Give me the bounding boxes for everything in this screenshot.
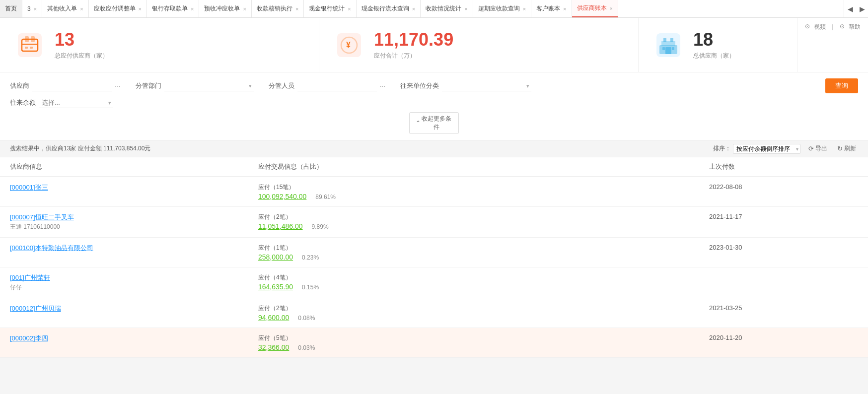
close-icon[interactable]: × [610, 5, 613, 11]
supplier-link-1[interactable]: [000007]恒旺二手叉车 [10, 213, 74, 221]
tx-cell-2: 应付（1笔） 258,000.00 0.23% [258, 244, 709, 261]
stat-number-2: 11,170.39 [374, 30, 453, 50]
supplier-input[interactable] [32, 80, 112, 91]
svg-rect-17 [672, 47, 674, 50]
stat-info-1: 13 总应付供应商（家） [55, 30, 108, 60]
nav-overdue-ar[interactable]: 超期应收款查询 × [473, 0, 531, 17]
nav-tab3-label: 3 [27, 5, 31, 12]
stat-label-2: 应付合计（万） [374, 52, 453, 60]
tx-amount-3[interactable]: 164,635.90 [258, 283, 293, 291]
nav-home[interactable]: 首页 [0, 0, 22, 17]
stat-card-total-suppliers: 18 总供应商（家） [639, 18, 797, 72]
tx-amount-1[interactable]: 11,051,486.00 [258, 222, 303, 230]
supplier-dots-btn[interactable]: ··· [115, 82, 121, 90]
close-icon[interactable]: × [34, 6, 37, 12]
last-pay-cell-0: 2022-08-08 [709, 183, 858, 191]
tx-amount-4[interactable]: 94,600.00 [258, 314, 289, 322]
refresh-label: 刷新 [844, 144, 856, 153]
results-actions: 排序： 按应付余额倒序排序 ⟳ 导出 ↻ 刷新 [713, 143, 858, 154]
supplier-link-0[interactable]: [000001]张三 [10, 184, 48, 191]
nav-arrow-left[interactable]: ◀ [844, 0, 856, 18]
nav-other-income[interactable]: 其他收入单 × [42, 0, 88, 17]
supplier-link-5[interactable]: [000002]李四 [10, 334, 48, 342]
nav-advance-ar-label: 预收冲应收单 [204, 4, 240, 13]
person-input[interactable] [297, 80, 377, 91]
last-pay-cell-4: 2021-03-25 [709, 304, 858, 312]
supplier-cell-5: [000002]李四 [10, 334, 258, 343]
close-icon[interactable]: × [563, 6, 566, 12]
svg-rect-5 [25, 47, 28, 49]
person-dots-btn[interactable]: ··· [380, 82, 386, 90]
col-last-pay: 上次付数 [709, 162, 858, 171]
nav-cash-stat[interactable]: 现金银行统计 × [304, 0, 356, 17]
nav-ar-ap-adjust[interactable]: 应收应付调整单 × [89, 0, 147, 17]
tx-cell-5: 应付（5笔） 32,366.00 0.03% [258, 334, 709, 351]
dept-select[interactable] [164, 80, 254, 91]
close-icon[interactable]: × [348, 6, 351, 12]
close-icon[interactable]: × [523, 6, 526, 12]
balance-select[interactable] [39, 97, 113, 108]
sort-select[interactable]: 按应付余额倒序排序 [733, 144, 800, 154]
nav-cash-flow[interactable]: 现金银行流水查询 × [357, 0, 421, 17]
supplier-sub-1: 王通 17106110000 [10, 223, 258, 231]
top-right-links: ⊙ 视频 ｜ ⊙ 帮助 [797, 18, 868, 72]
tx-percent-0: 89.61% [315, 194, 336, 200]
nav-collection-exec[interactable]: 收款核销执行 × [252, 0, 304, 17]
close-icon[interactable]: × [139, 6, 142, 12]
supplier-link-2[interactable]: [000100]本特勤油品有限公司 [10, 244, 93, 252]
person-label: 分管人员 [269, 81, 294, 90]
close-icon[interactable]: × [243, 6, 246, 12]
supplier-link-4[interactable]: [000012]广州贝瑞 [10, 305, 61, 312]
nav-collection-stat[interactable]: 收款情况统计 × [421, 0, 473, 17]
results-summary: 搜索结果中，供应商13家 应付金额 111,703,854.00元 [10, 144, 150, 153]
nav-customer-ledger-label: 客户账本 [536, 4, 560, 13]
stat-label-3: 总供应商（家） [693, 52, 735, 60]
tx-label-4: 应付（2笔） [258, 304, 709, 313]
nav-bank-deposit[interactable]: 银行存取款单 × [147, 0, 199, 17]
tx-cell-4: 应付（2笔） 94,600.00 0.08% [258, 304, 709, 322]
separator: ｜ [830, 23, 836, 31]
nav-arrow-right[interactable]: ▶ [856, 0, 868, 18]
search-button[interactable]: 查询 [825, 78, 858, 93]
tx-label-2: 应付（1笔） [258, 244, 709, 252]
refresh-button[interactable]: ↻ 刷新 [835, 143, 858, 154]
nav-supplier-ledger-label: 供应商账本 [577, 4, 607, 12]
collapse-button[interactable]: ⌃ 收起更多条件 [409, 112, 459, 134]
supplier-cell-2: [000100]本特勤油品有限公司 [10, 244, 258, 253]
nav-advance-ar[interactable]: 预收冲应收单 × [199, 0, 251, 17]
tx-amount-2[interactable]: 258,000.00 [258, 253, 293, 261]
nav-overdue-ar-label: 超期应收款查询 [478, 4, 520, 13]
nav-collection-exec-label: 收款核销执行 [257, 4, 292, 13]
table-row: [000001]张三 应付（15笔） 100,092,540.00 89.61%… [0, 177, 868, 207]
export-button[interactable]: ⟳ 导出 [806, 143, 829, 154]
filter-category: 往来单位分类 [400, 80, 531, 91]
close-icon[interactable]: × [80, 6, 83, 12]
nav-other-income-label: 其他收入单 [47, 4, 77, 13]
tx-label-5: 应付（5笔） [258, 334, 709, 342]
tx-amount-0[interactable]: 100,092,540.00 [258, 193, 306, 200]
help-icon: ⊙ [840, 23, 845, 30]
table-row: [000002]李四 应付（5笔） 32,366.00 0.03% 2020-1… [0, 328, 868, 358]
last-pay-2: 2023-01-30 [709, 244, 742, 251]
nav-supplier-ledger[interactable]: 供应商账本 × [572, 0, 618, 17]
nav-bank-deposit-label: 银行存取款单 [152, 4, 188, 13]
close-icon[interactable]: × [412, 6, 415, 12]
video-link[interactable]: 视频 [814, 23, 826, 31]
tx-row-2: 258,000.00 0.23% [258, 253, 709, 261]
help-link[interactable]: 帮助 [849, 23, 861, 31]
tx-amount-5[interactable]: 32,366.00 [258, 343, 289, 351]
tx-percent-2: 0.23% [302, 254, 319, 261]
supplier-link-3[interactable]: [001]广州荣轩 [10, 274, 50, 281]
close-icon[interactable]: × [464, 6, 467, 12]
supplier-cell-0: [000001]张三 [10, 183, 258, 192]
nav-tab3[interactable]: 3 × [22, 0, 42, 17]
filter-dept: 分管部门 [136, 80, 254, 91]
last-pay-5: 2020-11-20 [709, 334, 742, 341]
svg-rect-14 [670, 38, 673, 42]
close-icon[interactable]: × [191, 6, 194, 12]
tx-percent-3: 0.15% [302, 284, 319, 291]
close-icon[interactable]: × [295, 6, 298, 12]
category-select[interactable] [442, 80, 531, 91]
nav-customer-ledger[interactable]: 客户账本 × [531, 0, 572, 17]
table-row: [001]广州荣轩 仔仔 应付（4笔） 164,635.90 0.15% [0, 267, 868, 298]
